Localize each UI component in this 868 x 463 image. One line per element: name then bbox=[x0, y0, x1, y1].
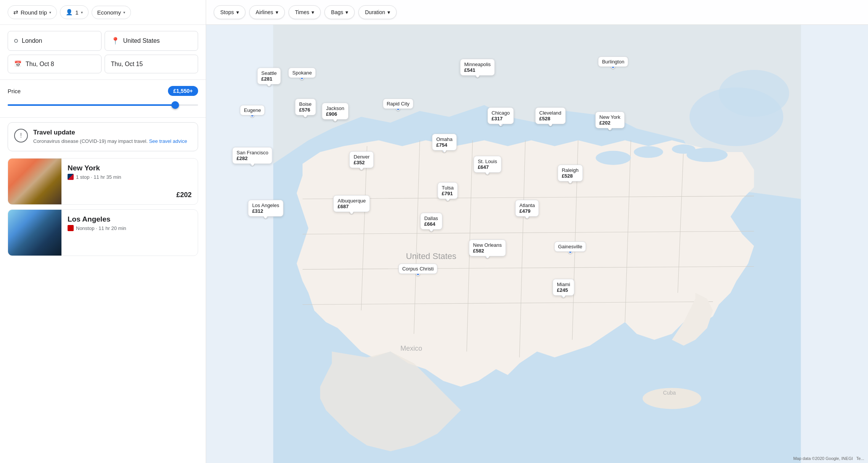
price-pin-minneapolis[interactable]: Minneapolis£541 bbox=[460, 59, 495, 76]
passengers-chevron-icon: ▾ bbox=[81, 10, 83, 15]
price-pin-boise[interactable]: Boise£576 bbox=[295, 99, 316, 115]
city-label-rapid-city[interactable]: Rapid City bbox=[383, 99, 413, 109]
price-pin-omaha[interactable]: Omaha£754 bbox=[432, 134, 457, 151]
city-label-corpus-christi[interactable]: Corpus Christi bbox=[399, 264, 437, 274]
origin-dot-icon bbox=[14, 39, 18, 43]
flight-meta-new-york: 1 stop · 11 hr 35 min bbox=[76, 174, 121, 180]
update-title: Travel update bbox=[33, 129, 187, 136]
map-attribution: Map data ©2020 Google, INEGI Te... bbox=[793, 456, 864, 461]
bags-chevron-icon: ▾ bbox=[345, 9, 348, 15]
price-label: Price bbox=[8, 88, 21, 94]
roundtrip-chevron-icon: ▾ bbox=[49, 10, 51, 15]
price-pin-seattle[interactable]: Seattle£281 bbox=[257, 68, 281, 84]
map-filters-bar: Stops ▾ Airlines ▾ Times ▾ Bags ▾ Durati… bbox=[206, 0, 868, 25]
travel-update-card: ! Travel update Coronavirus disease (COV… bbox=[8, 122, 198, 151]
date-input-row: 📅 Thu, Oct 8 Thu, Oct 15 bbox=[8, 55, 198, 73]
price-header: Price £1,550+ bbox=[8, 86, 198, 96]
duration-chevron-icon: ▾ bbox=[387, 9, 390, 15]
update-content: Travel update Coronavirus disease (COVID… bbox=[33, 129, 187, 145]
depart-date-value: Thu, Oct 8 bbox=[26, 61, 54, 68]
map-panel: Stops ▾ Airlines ▾ Times ▾ Bags ▾ Durati… bbox=[206, 0, 868, 463]
calendar-icon: 📅 bbox=[14, 60, 22, 68]
price-pin-new-york[interactable]: New York£202 bbox=[595, 112, 624, 128]
class-chevron-icon: ▾ bbox=[123, 10, 125, 15]
price-filter-section: Price £1,550+ bbox=[0, 80, 206, 118]
roundtrip-button[interactable]: ⇄ Round trip ▾ bbox=[8, 5, 57, 19]
map-background[interactable]: Seattle£281SpokaneEugeneBoise£576Jackson… bbox=[206, 23, 868, 463]
swap-icon: ⇄ bbox=[13, 9, 18, 16]
price-pin-dallas[interactable]: Dallas£664 bbox=[420, 213, 442, 230]
update-body: Coronavirus disease (COVID-19) may impac… bbox=[33, 138, 187, 145]
location-input-row: London 📍 United States bbox=[8, 31, 198, 51]
delta-airline-icon bbox=[68, 174, 74, 180]
price-pin-tulsa[interactable]: Tulsa£791 bbox=[437, 182, 458, 199]
price-pin-st.-louis[interactable]: St. Louis£647 bbox=[474, 156, 502, 173]
search-section: London 📍 United States 📅 Thu, Oct 8 Thu,… bbox=[0, 25, 206, 80]
flight-info-los-angeles: Los Angeles Nonstop · 11 hr 20 min bbox=[61, 210, 198, 256]
slider-fill bbox=[8, 104, 175, 106]
price-pin-albuquerque[interactable]: Albuquerque£687 bbox=[334, 195, 370, 212]
price-pin-atlanta[interactable]: Atlanta£479 bbox=[515, 200, 539, 217]
destination-value: United States bbox=[123, 37, 160, 44]
flight-card-new-york[interactable]: New York 1 stop · 11 hr 35 min £202 bbox=[8, 158, 198, 205]
filter-airlines[interactable]: Airlines ▾ bbox=[249, 5, 285, 19]
flight-city-los-angeles: Los Angeles bbox=[68, 215, 192, 223]
times-chevron-icon: ▾ bbox=[311, 9, 314, 15]
flight-info-new-york: New York 1 stop · 11 hr 35 min £202 bbox=[61, 159, 198, 204]
price-pin-chicago[interactable]: Chicago£317 bbox=[487, 107, 514, 124]
destination-input[interactable]: 📍 United States bbox=[105, 31, 198, 51]
info-icon: ! bbox=[14, 129, 28, 142]
city-label-spokane[interactable]: Spokane bbox=[289, 68, 316, 78]
flight-meta-los-angeles: Nonstop · 11 hr 20 min bbox=[76, 225, 126, 231]
price-pin-denver[interactable]: Denver£352 bbox=[350, 151, 374, 168]
flight-details-new-york: 1 stop · 11 hr 35 min bbox=[68, 174, 192, 180]
depart-date-input[interactable]: 📅 Thu, Oct 8 bbox=[8, 55, 102, 73]
city-label-gainesville[interactable]: Gainesville bbox=[554, 241, 586, 252]
price-pin-jackson[interactable]: Jackson£906 bbox=[322, 103, 348, 120]
price-pin-new-orleans[interactable]: New Orleans£582 bbox=[469, 240, 506, 256]
price-pin-raleigh[interactable]: Raleigh£528 bbox=[558, 165, 583, 181]
price-slider[interactable] bbox=[8, 100, 198, 110]
flight-price-new-york: £202 bbox=[68, 191, 192, 199]
roundtrip-label: Round trip bbox=[21, 9, 47, 16]
filter-times[interactable]: Times ▾ bbox=[289, 5, 321, 19]
filter-duration[interactable]: Duration ▾ bbox=[358, 5, 397, 19]
origin-value: London bbox=[22, 37, 42, 44]
slider-thumb[interactable] bbox=[171, 101, 179, 109]
price-badge: £1,550+ bbox=[168, 86, 198, 96]
origin-input[interactable]: London bbox=[8, 31, 102, 51]
passengers-button[interactable]: 👤 1 ▾ bbox=[60, 5, 88, 19]
flight-details-los-angeles: Nonstop · 11 hr 20 min bbox=[68, 225, 192, 231]
price-pins-container: Seattle£281SpokaneEugeneBoise£576Jackson… bbox=[206, 23, 868, 463]
price-pin-los-angeles[interactable]: Los Angeles£312 bbox=[248, 200, 284, 217]
city-label-burlington[interactable]: Burlington bbox=[598, 57, 628, 67]
left-panel: ⇄ Round trip ▾ 👤 1 ▾ Economy ▾ London 📍 … bbox=[0, 0, 206, 463]
airlines-chevron-icon: ▾ bbox=[276, 9, 278, 15]
destination-pin-icon: 📍 bbox=[111, 37, 119, 45]
price-pin-san-francisco[interactable]: San Francisco£282 bbox=[232, 147, 273, 164]
price-pin-miami[interactable]: Miami£245 bbox=[553, 279, 574, 296]
passengers-label: 1 bbox=[75, 9, 78, 16]
flight-card-los-angeles[interactable]: Los Angeles Nonstop · 11 hr 20 min bbox=[8, 209, 198, 256]
virgin-airline-icon bbox=[68, 225, 74, 231]
class-label: Economy bbox=[97, 9, 121, 16]
filter-stops[interactable]: Stops ▾ bbox=[214, 5, 245, 19]
flight-image-new-york bbox=[8, 159, 61, 204]
class-button[interactable]: Economy ▾ bbox=[92, 6, 131, 19]
city-label-eugene[interactable]: Eugene bbox=[240, 105, 265, 115]
person-icon: 👤 bbox=[66, 9, 73, 16]
filter-bags[interactable]: Bags ▾ bbox=[324, 5, 355, 19]
flight-image-los-angeles bbox=[8, 210, 61, 256]
price-pin-cleveland[interactable]: Cleveland£528 bbox=[535, 107, 566, 124]
flight-city-new-york: New York bbox=[68, 164, 192, 172]
travel-advice-link[interactable]: See travel advice bbox=[149, 138, 187, 144]
return-date-value: Thu, Oct 15 bbox=[111, 61, 143, 68]
return-date-input[interactable]: Thu, Oct 15 bbox=[105, 55, 198, 73]
top-bar: ⇄ Round trip ▾ 👤 1 ▾ Economy ▾ bbox=[0, 0, 206, 25]
stops-chevron-icon: ▾ bbox=[236, 9, 239, 15]
slider-track bbox=[8, 104, 198, 106]
